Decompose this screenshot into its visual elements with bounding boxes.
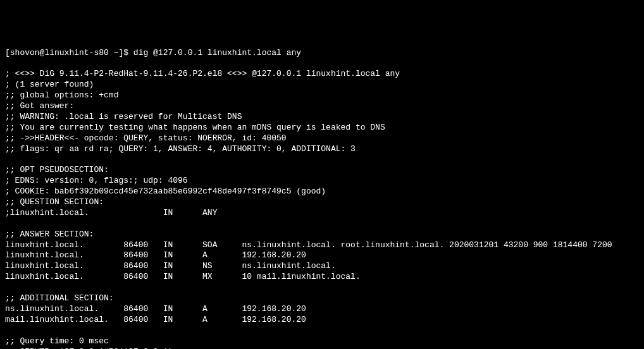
flags-line: ;; flags: qr aa rd ra; QUERY: 1, ANSWER:… bbox=[5, 144, 356, 154]
answer-record-soa: linuxhint.local. 86400 IN SOA ns.linuxhi… bbox=[5, 240, 612, 250]
query-time: ;; Query time: 0 msec bbox=[5, 336, 109, 346]
answer-section-header: ;; ANSWER SECTION: bbox=[5, 230, 94, 239]
opt-pseudosection-header: ;; OPT PSEUDOSECTION: bbox=[5, 165, 109, 174]
question-section-header: ;; QUESTION SECTION: bbox=[5, 197, 104, 207]
cookie-line: ; COOKIE: bab6f392b09ccd45e732aab85e6992… bbox=[5, 187, 326, 196]
global-options: ;; global options: +cmd bbox=[5, 90, 118, 100]
shell-prompt-line[interactable]: [shovon@linuxhint-s80 ~]$ dig @127.0.0.1… bbox=[5, 48, 301, 58]
additional-record-ns-a: ns.linuxhint.local. 86400 IN A 192.168.2… bbox=[5, 304, 306, 314]
servers-found: ; (1 server found) bbox=[5, 80, 94, 89]
warning-local-mdns: ;; WARNING: .local is reserved for Multi… bbox=[5, 112, 242, 121]
additional-section-header: ;; ADDITIONAL SECTION: bbox=[5, 293, 114, 303]
header-opcode: ;; ->>HEADER<<- opcode: QUERY, status: N… bbox=[5, 133, 287, 143]
additional-record-mail-a: mail.linuxhint.local. 86400 IN A 192.168… bbox=[5, 315, 306, 324]
dig-header: ; <<>> DiG 9.11.4-P2-RedHat-9.11.4-26.P2… bbox=[5, 69, 400, 78]
question-record: ;linuxhint.local. IN ANY bbox=[5, 208, 217, 217]
answer-record-mx: linuxhint.local. 86400 IN MX 10 mail.lin… bbox=[5, 272, 361, 281]
answer-record-a: linuxhint.local. 86400 IN A 192.168.20.2… bbox=[5, 250, 306, 260]
warning-mdns-leak: ;; You are currently testing what happen… bbox=[5, 123, 385, 132]
answer-record-ns: linuxhint.local. 86400 IN NS ns.linuxhin… bbox=[5, 261, 336, 271]
edns-line: ; EDNS: version: 0, flags:; udp: 4096 bbox=[5, 176, 188, 185]
got-answer: ;; Got answer: bbox=[5, 101, 74, 111]
server-line: ;; SERVER: 127.0.0.1#53(127.0.0.1) bbox=[5, 347, 173, 350]
terminal-output: [shovon@linuxhint-s80 ~]$ dig @127.0.0.1… bbox=[5, 48, 639, 349]
